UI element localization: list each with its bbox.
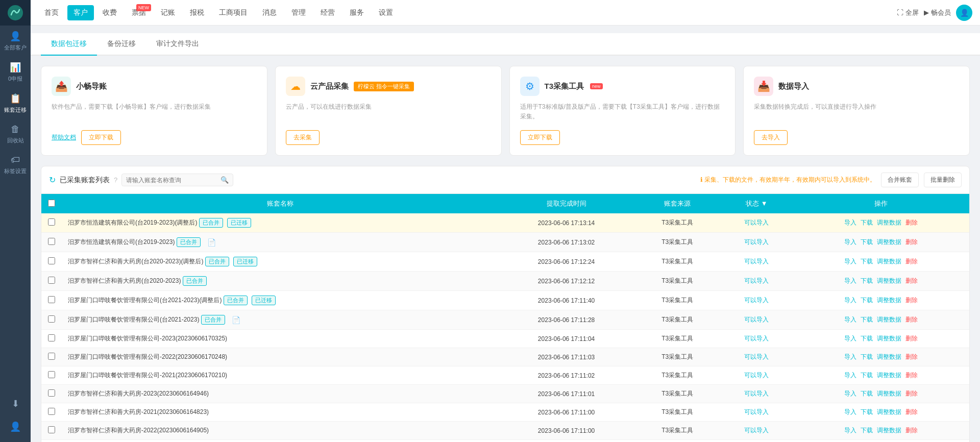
row-action-删除[interactable]: 删除 (905, 219, 918, 226)
row-checkbox[interactable] (48, 389, 55, 397)
row-action-下载[interactable]: 下载 (861, 316, 873, 323)
row-checkbox[interactable] (48, 218, 55, 226)
row-action-调整数据[interactable]: 调整数据 (877, 353, 901, 360)
refresh-icon[interactable]: ↻ (49, 175, 56, 185)
fullscreen-btn[interactable]: ⛶ 全屏 (897, 8, 919, 17)
row-action-导入[interactable]: 导入 (844, 427, 856, 434)
nav-service[interactable]: 服务 (344, 5, 370, 20)
row-action-删除[interactable]: 删除 (905, 390, 918, 397)
nav-settings[interactable]: 设置 (373, 5, 399, 20)
row-action-导入[interactable]: 导入 (844, 316, 856, 323)
row-action-导入[interactable]: 导入 (844, 277, 856, 284)
nav-message[interactable]: 消息 (256, 5, 283, 20)
nav-invoice[interactable]: 票据 NEW (126, 5, 152, 20)
sidebar-item-recycle[interactable]: 🗑 回收站 (0, 119, 31, 150)
row-action-下载[interactable]: 下载 (861, 408, 873, 415)
row-action-调整数据[interactable]: 调整数据 (877, 408, 901, 415)
row-action-调整数据[interactable]: 调整数据 (877, 335, 901, 342)
nav-business[interactable]: 工商项目 (213, 5, 254, 20)
row-action-导入[interactable]: 导入 (844, 297, 856, 304)
row-action-下载[interactable]: 下载 (861, 335, 873, 342)
tab-data-migration[interactable]: 数据包迁移 (41, 33, 97, 56)
sidebar-item-tag-settings[interactable]: 🏷 标签设置 (0, 150, 31, 180)
row-action-导入[interactable]: 导入 (844, 390, 856, 397)
row-action-删除[interactable]: 删除 (905, 297, 918, 304)
help-icon[interactable]: ? (114, 176, 117, 184)
row-checkbox[interactable] (48, 277, 55, 284)
row-action-删除[interactable]: 删除 (905, 316, 918, 323)
nav-operations[interactable]: 经营 (314, 5, 341, 20)
row-action-删除[interactable]: 删除 (905, 372, 918, 379)
row-action-调整数据[interactable]: 调整数据 (877, 316, 901, 323)
row-checkbox[interactable] (48, 257, 55, 264)
nav-accounting[interactable]: 记账 (155, 5, 181, 20)
row-action-删除[interactable]: 删除 (905, 277, 918, 284)
row-action-下载[interactable]: 下载 (861, 427, 873, 434)
tab-backup-migration[interactable]: 备份迁移 (97, 33, 146, 56)
row-action-导入[interactable]: 导入 (844, 258, 856, 265)
nav-billing[interactable]: 收费 (96, 5, 123, 20)
row-action-下载[interactable]: 下载 (861, 219, 873, 226)
tab-audit-export[interactable]: 审计文件导出 (146, 33, 209, 56)
merge-accounts-btn[interactable]: 合并账套 (881, 173, 919, 187)
row-action-调整数据[interactable]: 调整数据 (877, 238, 901, 245)
row-action-下载[interactable]: 下载 (861, 258, 873, 265)
row-action-下载[interactable]: 下载 (861, 297, 873, 304)
row-action-删除[interactable]: 删除 (905, 258, 918, 265)
app-logo[interactable] (0, 0, 31, 26)
download-btn[interactable]: 立即下载 (81, 130, 121, 145)
row-name: 汨罗市恒浩建筑有限公司(台2019-2023)(调整后) (68, 218, 197, 227)
row-action-导入[interactable]: 导入 (844, 372, 856, 379)
row-action-导入[interactable]: 导入 (844, 408, 856, 415)
row-checkbox[interactable] (48, 408, 55, 415)
row-checkbox[interactable] (48, 238, 55, 245)
row-action-调整数据[interactable]: 调整数据 (877, 297, 901, 304)
row-action-删除[interactable]: 删除 (905, 353, 918, 360)
search-input[interactable] (126, 177, 218, 184)
row-action-删除[interactable]: 删除 (905, 408, 918, 415)
user-avatar[interactable]: 👤 (956, 5, 972, 21)
row-action-调整数据[interactable]: 调整数据 (877, 390, 901, 397)
search-icon[interactable]: 🔍 (220, 176, 229, 184)
import-btn[interactable]: 去导入 (754, 130, 788, 145)
row-checkbox[interactable] (48, 426, 55, 433)
row-action-调整数据[interactable]: 调整数据 (877, 372, 901, 379)
row-checkbox[interactable] (48, 315, 55, 323)
row-action-下载[interactable]: 下载 (861, 372, 873, 379)
sidebar-item-zero-report[interactable]: 📊 0申报 (0, 57, 31, 88)
row-action-调整数据[interactable]: 调整数据 (877, 258, 901, 265)
collect-btn[interactable]: 去采集 (286, 130, 320, 145)
row-checkbox[interactable] (48, 296, 55, 303)
nav-tax[interactable]: 报税 (184, 5, 210, 20)
row-action-删除[interactable]: 删除 (905, 238, 918, 245)
row-action-导入[interactable]: 导入 (844, 238, 856, 245)
row-action-调整数据[interactable]: 调整数据 (877, 277, 901, 284)
row-action-导入[interactable]: 导入 (844, 335, 856, 342)
row-action-下载[interactable]: 下载 (861, 277, 873, 284)
row-action-下载[interactable]: 下载 (861, 390, 873, 397)
help-doc-link[interactable]: 帮助文档 (52, 133, 76, 142)
row-action-删除[interactable]: 删除 (905, 335, 918, 342)
sidebar-settings-btn[interactable]: 👤 (0, 416, 31, 437)
row-action-导入[interactable]: 导入 (844, 353, 856, 360)
sidebar-item-all-clients[interactable]: 👤 全部客户 (0, 26, 31, 57)
row-action-导入[interactable]: 导入 (844, 219, 856, 226)
nav-home[interactable]: 首页 (38, 5, 65, 20)
row-checkbox[interactable] (48, 371, 55, 378)
sidebar-item-account-migration[interactable]: 📋 账套迁移 (0, 88, 31, 119)
batch-delete-btn[interactable]: 批量删除 (924, 173, 962, 187)
row-action-调整数据[interactable]: 调整数据 (877, 219, 901, 226)
member-btn[interactable]: ▶ 畅会员 (924, 8, 951, 17)
select-all-checkbox[interactable] (48, 200, 55, 207)
row-checkbox[interactable] (48, 334, 55, 341)
row-action-下载[interactable]: 下载 (861, 238, 873, 245)
nav-management[interactable]: 管理 (285, 5, 312, 20)
nav-clients[interactable]: 客户 (67, 5, 94, 20)
sidebar-download-btn[interactable]: ⬇ (0, 394, 31, 414)
col-status[interactable]: 状态 ▼ (721, 194, 793, 213)
download-t3-btn[interactable]: 立即下载 (520, 130, 560, 145)
row-action-删除[interactable]: 删除 (905, 427, 918, 434)
row-action-调整数据[interactable]: 调整数据 (877, 427, 901, 434)
row-checkbox[interactable] (48, 353, 55, 360)
row-action-下载[interactable]: 下载 (861, 353, 873, 360)
